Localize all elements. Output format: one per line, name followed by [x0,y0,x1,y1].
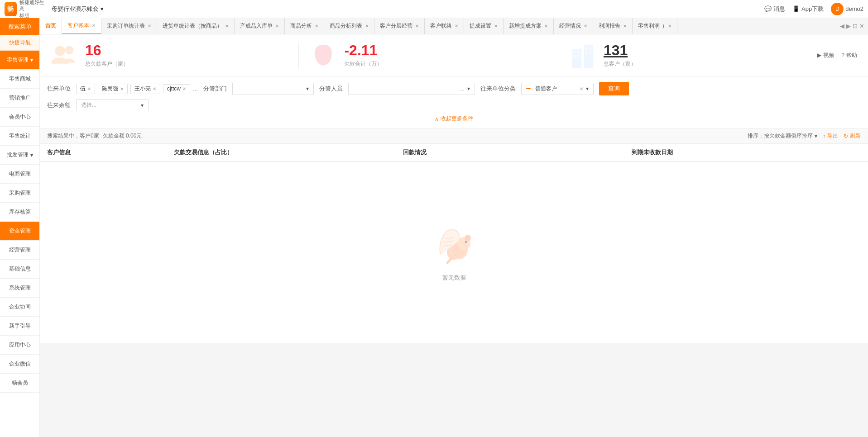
debt-icon: ¥ [310,42,337,69]
unit-filter-label: 往来单位 [47,85,71,93]
sidebar-quick-nav[interactable]: 快捷导航 [0,35,39,51]
tab-next-icon[interactable]: ▶ [846,23,851,29]
tab-bar-actions: ◀ ▶ ⊡ ✕ [836,23,868,29]
tab-reminder-settings[interactable]: 提成设置 ✕ [464,18,504,34]
sidebar-item-operation[interactable]: 经营管理 [0,241,39,260]
total-customers-label: 总欠款客户（家） [85,60,129,68]
refresh-button[interactable]: ↻ 刷新 [844,132,861,140]
tab-stock-stats[interactable]: 进货单统计表（按商品） ✕ [157,18,235,34]
tab-close-business-situation[interactable]: ✕ [584,24,587,28]
tab-close-customer-contact[interactable]: ✕ [455,24,458,28]
sidebar-item-finance[interactable]: 资金管理 [0,222,39,241]
tab-close-retail-profit[interactable]: ✕ [668,24,671,28]
dept-select[interactable]: ▾ [232,83,314,95]
unit-tag-wu[interactable]: 伍 ✕ [76,84,95,94]
sidebar-item-retail-stats[interactable]: 零售统计 [0,127,39,146]
empty-illustration [432,223,477,268]
sidebar-item-enterprise-collab[interactable]: 企业协同 [0,298,39,317]
unit-type-remove[interactable]: ✕ [580,86,583,91]
tab-close-purchase-order[interactable]: ✕ [148,24,151,28]
sidebar-item-inventory[interactable]: 库存核算 [0,203,39,222]
unit-tag-cjttcw[interactable]: cjttcw ✕ [163,84,190,93]
sidebar-item-app-center[interactable]: 应用中心 [0,336,39,355]
tab-close-all-icon[interactable]: ✕ [859,23,864,29]
tab-close-product-instock[interactable]: ✕ [275,24,279,28]
unit-type-filter-label: 往来单位分类 [480,85,516,93]
more-tags[interactable]: ... [193,86,198,92]
tab-close-customer-account[interactable]: ✕ [92,23,96,28]
tab-new-reminder-plan[interactable]: 新增提成方案 ✕ [504,18,554,34]
person-filter-label: 分管人员 [319,85,343,93]
tab-customer-account[interactable]: 客户账本 ✕ [62,18,101,34]
tab-product-analysis-list[interactable]: 商品分析列表 ✕ [324,18,374,34]
tab-profit-report[interactable]: 利润报告 ✕ [593,18,633,34]
remove-cjttcw-tag[interactable]: ✕ [182,86,186,91]
tab-product-analysis[interactable]: 商品分析 ✕ [285,18,324,34]
sidebar-item-wholesale[interactable]: 批发管理 ▾ [0,146,39,165]
tab-expand-icon[interactable]: ⊡ [853,23,858,29]
message-button[interactable]: 💬 消息 [764,5,785,13]
collapse-button[interactable]: ∧ 收起更多条件 [47,115,861,123]
tab-close-reminder-settings[interactable]: ✕ [494,24,498,28]
app-download-button[interactable]: 📱 App下载 [792,5,824,13]
tab-close-product-analysis-list[interactable]: ✕ [365,24,369,28]
remove-wang-tag[interactable]: ✕ [153,86,156,91]
tab-customer-tier[interactable]: 客户分层经营 ✕ [374,18,425,34]
summary-card-customers: 16 总欠款客户（家） [51,42,299,69]
tab-business-situation[interactable]: 经营情况 ✕ [554,18,593,34]
help-button[interactable]: ? 帮助 [841,52,857,59]
unit-type-select[interactable]: 普通客户 ✕ ▾ [521,83,594,95]
balance-arrow-icon: ▾ [141,102,144,109]
tab-close-profit-report[interactable]: ✕ [623,24,627,28]
sidebar-item-basic-info[interactable]: 基础信息 [0,260,39,279]
summary-row: 16 总欠款客户（家） ¥ -2.11 欠款合计（万） [40,34,868,76]
tab-close-product-analysis[interactable]: ✕ [315,24,318,28]
tab-close-customer-tier[interactable]: ✕ [415,24,419,28]
unit-tag-chen[interactable]: 陈民强 ✕ [98,84,128,94]
sidebar-item-enterprise-wechat[interactable]: 企业微信 [0,355,39,374]
sidebar-item-purchase[interactable]: 采购管理 [0,184,39,203]
tab-retail-profit[interactable]: 零售利润（ ✕ [633,18,677,34]
svg-point-16 [465,241,467,243]
sidebar-search[interactable]: 搜索菜单 [0,18,39,35]
industry-selector[interactable]: 母婴行业演示账套 ▾ [48,5,107,13]
table-body: 暂无数据 [40,162,868,343]
tab-purchase-order-stats[interactable]: 采购订单统计表 ✕ [101,18,157,34]
sidebar: 搜索菜单 快捷导航 零售管理 ▾ 零售商城 营销推广 会员中心 零售统计 批发管… [0,18,40,437]
tab-prev-icon[interactable]: ◀ [840,23,844,29]
tab-customer-contact[interactable]: 客户联络 ✕ [425,18,464,34]
chevron-icon-2: ▾ [30,152,33,158]
tab-product-instock[interactable]: 产成品入库单 ✕ [235,18,285,34]
sidebar-item-system[interactable]: 系统管理 [0,279,39,298]
unit-type-arrow-icon: ▾ [586,86,589,92]
balance-select[interactable]: 选择... ▾ [76,99,149,111]
building-icon [569,42,596,69]
sidebar-item-vip-member[interactable]: 畅会员 [0,374,39,393]
summary-card-debt: ¥ -2.11 欠款合计（万） [299,42,558,69]
logo-icon: 畅 [5,2,17,16]
debt-amount-text: 欠款金额 0.00元 [103,132,142,140]
export-button[interactable]: ↑ 导出 [823,132,838,140]
tab-close-new-reminder-plan[interactable]: ✕ [544,24,548,28]
page-content: 16 总欠款客户（家） ¥ -2.11 欠款合计（万） [40,34,868,437]
sidebar-item-ecommerce[interactable]: 电商管理 [0,165,39,184]
refresh-icon: ↻ [844,133,848,139]
debt-amount-value: -2.11 [344,43,382,58]
person-ellipsis: ... [460,86,465,92]
video-button[interactable]: ▶ 视频 [817,52,834,59]
sidebar-item-retail[interactable]: 零售管理 ▾ [0,51,39,70]
remove-chen-tag[interactable]: ✕ [120,86,124,91]
person-select[interactable]: ... ▾ [348,83,475,95]
collapse-up-icon: ∧ [435,116,439,122]
sidebar-item-new-guide[interactable]: 新手引导 [0,317,39,336]
tab-home[interactable]: 首页 [40,18,62,34]
sidebar-item-member[interactable]: 会员中心 [0,108,39,127]
tab-close-stock-stats[interactable]: ✕ [225,24,229,28]
query-button[interactable]: 查询 [599,82,629,95]
sidebar-item-retail-mall[interactable]: 零售商城 [0,70,39,89]
remove-wu-tag[interactable]: ✕ [87,86,91,91]
sidebar-item-marketing[interactable]: 营销推广 [0,89,39,108]
sort-selector[interactable]: 排序：按欠款金额倒序排序 ▾ [748,132,817,140]
unit-tag-wang[interactable]: 王小亮 ✕ [130,84,160,94]
user-menu[interactable]: D demo2 [831,3,863,15]
